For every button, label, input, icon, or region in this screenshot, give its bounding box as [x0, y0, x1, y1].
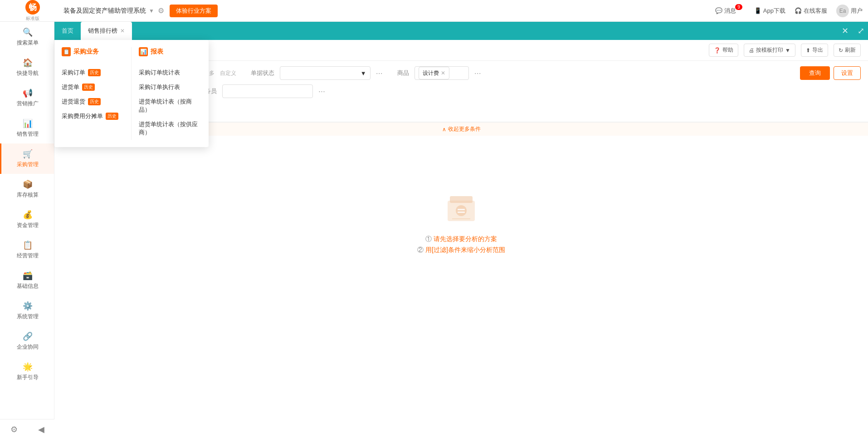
operation-icon: 📋 [23, 240, 33, 250]
sales-icon: 📊 [23, 118, 33, 128]
report-section-title: 📊 报表 [139, 47, 201, 60]
popup-item-stock-in[interactable]: 进货单 历史 [62, 80, 124, 94]
goods-dots[interactable]: ··· [474, 69, 481, 77]
goods-select[interactable]: 设计费 ✕ [414, 66, 469, 80]
popup-item-purchase-order-stat[interactable]: 采购订单统计表 [139, 65, 201, 80]
svg-point-2 [456, 205, 467, 216]
help-btn[interactable]: ❓ 帮助 [709, 44, 738, 57]
goods-label: 商品 [397, 69, 409, 77]
popup-item-stockin-stat-supplier[interactable]: 进货单统计表（按供应商） [139, 117, 201, 140]
msg-badge: 9 [735, 4, 742, 10]
svg-rect-3 [458, 209, 465, 210]
message-icon: 💬 [715, 7, 722, 14]
popup-item-stockin-stat-goods[interactable]: 进货单统计表（按商品） [139, 94, 201, 117]
empty-state: ① 请先选择要分析的方案 ② 用[过滤]条件来缩小分析范围 [54, 136, 868, 308]
tab-expand-btn[interactable]: ⤢ [854, 26, 868, 36]
search-icon: 🔍 [23, 27, 33, 37]
salesperson-dots[interactable]: ··· [318, 87, 325, 95]
headset-icon: 🎧 [795, 7, 802, 14]
tab-close-icon[interactable]: ✕ [120, 28, 125, 34]
basic-icon: 🗃️ [23, 271, 33, 281]
sidebar-item-quick[interactable]: 🏠 快捷导航 [0, 52, 54, 83]
sidebar-item-basic[interactable]: 🗃️ 基础信息 [0, 265, 54, 296]
system-icon: ⚙️ [23, 301, 33, 311]
report-section-icon: 📊 [139, 47, 148, 56]
export-btn[interactable]: ⬆ 导出 [801, 44, 828, 57]
voucher-status-select[interactable]: ▼ [280, 66, 371, 80]
goods-tag-close-icon[interactable]: ✕ [441, 70, 445, 76]
enterprise-icon: 🔗 [23, 331, 33, 341]
history-badge-1: 历史 [82, 84, 95, 91]
voucher-status-label: 单据状态 [251, 69, 274, 77]
home-icon: 🏠 [23, 58, 33, 68]
popup-menu-grid: 📋 采购业务 采购订单 历史 进货单 历史 进货退货 历史 采购费用分摊单 历史 [54, 47, 209, 140]
sidebar-collapse-btn[interactable]: ◀ [38, 424, 44, 434]
sidebar-item-guide[interactable]: 🌟 新手引导 [0, 356, 54, 387]
print-btn[interactable]: 🖨 按模板打印 ▼ [744, 44, 795, 57]
history-badge-0: 历史 [88, 69, 101, 76]
goods-tag: 设计费 ✕ [419, 67, 449, 79]
phone-icon: 📱 [754, 7, 761, 14]
sidebar-settings-btn[interactable]: ⚙ [10, 424, 18, 434]
industry-btn[interactable]: 体验行业方案 [170, 5, 218, 17]
sidebar-item-operation[interactable]: 📋 经营管理 [0, 235, 54, 265]
tab-sales-rank[interactable]: 销售排行榜 ✕ [81, 22, 132, 40]
logo-area: 畅 标准版 [5, 0, 60, 22]
help-icon: ❓ [714, 47, 721, 54]
svg-rect-4 [458, 212, 465, 213]
tab-bar: 首页 销售排行榜 ✕ ✕ ⤢ [54, 22, 868, 40]
purchase-icon: 🛒 [23, 149, 33, 159]
settings-icon[interactable]: ⚙ [158, 6, 164, 15]
sidebar-item-sales[interactable]: 📊 销售管理 [0, 113, 54, 143]
popup-report-col: 📊 报表 采购订单统计表 采购订单执行表 进货单统计表（按商品） 进货单统计表（… [132, 47, 209, 140]
sidebar-item-system[interactable]: ⚙️ 系统管理 [0, 296, 54, 326]
finance-icon: 💰 [23, 210, 33, 220]
inventory-icon: 📦 [23, 179, 33, 189]
voucher-status-dots[interactable]: ··· [376, 69, 383, 77]
user-btn[interactable]: Ea 用户 [836, 5, 863, 17]
empty-hint2: ② 用[过滤]条件来缩小分析范围 [417, 246, 505, 254]
tab-home[interactable]: 首页 [54, 22, 81, 40]
sidebar-item-finance[interactable]: 💰 资金管理 [0, 204, 54, 235]
date-quick-custom[interactable]: 自定义 [220, 69, 236, 77]
marketing-icon: 📢 [23, 88, 33, 98]
select-arrow-icon: ▼ [361, 70, 366, 77]
top-header: 畅 标准版 装备及固定资产辅助管理系统 ▼ ⚙ 体验行业方案 💬 消息 9 📱 … [0, 0, 868, 22]
tab-close-all-btn[interactable]: ✕ [836, 26, 854, 36]
export-icon: ⬆ [806, 47, 810, 54]
dropdown-arrow-icon[interactable]: ▼ [149, 8, 154, 14]
online-service-btn[interactable]: 🎧 在线客服 [795, 7, 827, 15]
sidebar-item-purchase[interactable]: 🛒 采购管理 [0, 143, 54, 174]
collapse-arrow-icon: ∧ [442, 126, 446, 133]
app-download-btn[interactable]: 📱 App下载 [754, 7, 785, 15]
purchase-section-title: 📋 采购业务 [62, 47, 124, 60]
popup-purchase-col: 📋 采购业务 采购订单 历史 进货单 历史 进货退货 历史 采购费用分摊单 历史 [54, 47, 132, 140]
refresh-btn[interactable]: ↻ 刷新 [834, 44, 861, 57]
refresh-icon: ↻ [839, 47, 843, 54]
sidebar-item-enterprise[interactable]: 🔗 企业协同 [0, 326, 54, 356]
svg-rect-1 [450, 196, 473, 203]
empty-illustration [439, 187, 484, 228]
sidebar: 🔍 搜索菜单 🏠 快捷导航 📢 营销推广 📊 销售管理 🛒 采购管理 📦 库存核… [0, 22, 54, 439]
avatar: Ea [836, 5, 849, 17]
popup-item-purchase-order-exec[interactable]: 采购订单执行表 [139, 80, 201, 94]
sidebar-item-search[interactable]: 🔍 搜索菜单 [0, 22, 54, 52]
popup-item-purchase-expense[interactable]: 采购费用分摊单 历史 [62, 109, 124, 123]
message-btn[interactable]: 💬 消息 9 [715, 7, 745, 15]
sidebar-item-marketing[interactable]: 📢 营销推广 [0, 83, 54, 113]
popup-item-purchase-order[interactable]: 采购订单 历史 [62, 65, 124, 80]
history-badge-3: 历史 [106, 113, 118, 120]
popup-item-stock-return[interactable]: 进货退货 历史 [62, 94, 124, 109]
print-arrow-icon: ▼ [785, 47, 790, 54]
settings-btn[interactable]: 设置 [834, 66, 861, 80]
header-right: 💬 消息 9 📱 App下载 🎧 在线客服 Ea 用户 [715, 5, 863, 17]
sys-name: 装备及固定资产辅助管理系统 ▼ [63, 7, 154, 15]
query-btn[interactable]: 查询 [800, 66, 830, 80]
sidebar-item-inventory[interactable]: 📦 库存核算 [0, 174, 54, 204]
salesperson-select[interactable] [222, 84, 313, 98]
empty-hint1: ① 请先选择要分析的方案 [425, 235, 497, 243]
print-icon: 🖨 [749, 47, 754, 54]
logo-icon: 畅 [25, 0, 40, 15]
sidebar-bottom: ⚙ ◀ [0, 419, 54, 439]
popup-menu: 📋 采购业务 采购订单 历史 进货单 历史 进货退货 历史 采购费用分摊单 历史 [54, 40, 209, 147]
